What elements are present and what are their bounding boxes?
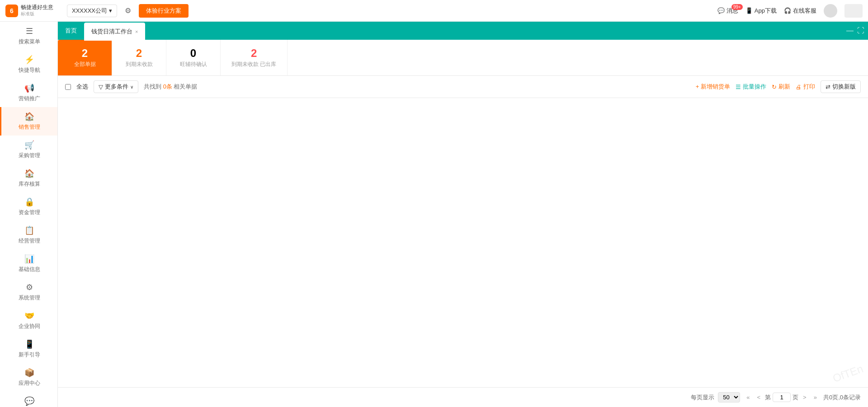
main-content: 2 全部单据 2 到期未收款 0 旺辅待确认 2 到期未收款 已出库 全选 ▽ … <box>58 40 868 407</box>
sidebar-item-marketing[interactable]: 📢 营销推广 <box>0 79 57 107</box>
operations-icon: 📋 <box>24 225 34 235</box>
top-bar: 6 畅捷通好生意 标准版 XXXXXX公司 ▾ ⚙ 体验行业方案 💬 消息 99… <box>0 0 868 22</box>
app-center-icon: 📦 <box>24 368 34 378</box>
switch-icon: ⇄ <box>826 84 830 90</box>
experience-button[interactable]: 体验行业方案 <box>139 4 189 18</box>
sidebar-item-system[interactable]: ⚙ 系统管理 <box>0 278 57 306</box>
sidebar-item-base-info[interactable]: 📊 基础信息 <box>0 249 57 278</box>
message-icon: 💬 <box>717 7 725 14</box>
table-area <box>58 98 868 398</box>
stat-num-pending: 0 <box>177 47 209 60</box>
sidebar-item-operations[interactable]: 📋 经营管理 <box>0 221 57 249</box>
stat-num-shipped: 2 <box>231 47 276 60</box>
found-num: 0条 <box>163 83 172 90</box>
company-name: XXXXXX公司 <box>72 7 107 15</box>
marketing-icon: 📢 <box>24 83 34 93</box>
system-icon: ⚙ <box>26 282 33 292</box>
guide-icon: 📱 <box>24 339 34 349</box>
print-button[interactable]: 🖨 打印 <box>796 83 815 91</box>
filter-icon: ▽ <box>99 84 103 90</box>
settings-icon[interactable]: ⚙ <box>121 4 135 18</box>
logo-icon: 6 <box>5 5 18 17</box>
toolbar: 全选 ▽ 更多条件 ∨ 共找到 0条 相关单据 + 新增销货单 ☰ 批量操作 ↻… <box>58 76 868 98</box>
sidebar-item-guide[interactable]: 📱 新手引导 <box>0 335 57 363</box>
stat-card-all[interactable]: 2 全部单据 <box>58 40 112 75</box>
first-page-button[interactable]: « <box>744 393 752 402</box>
page-suffix: 页 <box>793 393 798 402</box>
tab-controls: — ⛶ <box>846 27 868 35</box>
finance-icon: 🔒 <box>24 197 34 207</box>
inventory-icon: 🏠 <box>24 168 34 178</box>
sidebar-item-app-center[interactable]: 📦 应用中心 <box>0 363 57 392</box>
toolbar-right: + 新增销货单 ☰ 批量操作 ↻ 刷新 🖨 打印 ⇄ 切换新版 <box>696 80 861 93</box>
tab-maximize-icon[interactable]: ⛶ <box>857 27 864 35</box>
refresh-button[interactable]: ↻ 刷新 <box>772 83 790 91</box>
sidebar-item-purchase[interactable]: 🛒 采购管理 <box>0 136 57 164</box>
page-nav: « < 第 1 页 > » <box>744 393 820 402</box>
switch-version-button[interactable]: ⇄ 切换新版 <box>821 80 861 93</box>
top-right-area: 💬 消息 99+ 📱 App下载 🎧 在线客服 <box>717 4 863 18</box>
stat-num-overdue: 2 <box>123 47 155 60</box>
page-total: 共0页,0条记录 <box>823 393 861 402</box>
tab-bar: 首页 钱货日清工作台 × — ⛶ <box>58 22 868 40</box>
tab-minimize-icon[interactable]: — <box>846 27 854 35</box>
message-badge: 99+ <box>731 4 743 10</box>
sidebar-item-cooperation[interactable]: 🤝 企业协同 <box>0 306 57 335</box>
app-download-button[interactable]: 📱 App下载 <box>745 7 777 15</box>
filter-chevron-icon: ∨ <box>130 84 133 89</box>
download-icon: 📱 <box>745 7 753 14</box>
stat-label-overdue: 到期未收款 <box>123 61 155 68</box>
stat-label-all: 全部单据 <box>69 61 101 68</box>
prev-page-button[interactable]: < <box>755 393 764 402</box>
refresh-icon: ↻ <box>772 84 777 90</box>
base-info-icon: 📊 <box>24 254 34 264</box>
sidebar-item-finance[interactable]: 🔒 资金管理 <box>0 192 57 221</box>
cooperation-icon: 🤝 <box>24 311 34 321</box>
tab-close-icon[interactable]: × <box>135 29 138 34</box>
print-icon: 🖨 <box>796 84 802 90</box>
tab-active[interactable]: 钱货日清工作台 × <box>84 23 145 41</box>
service-icon: 🎧 <box>784 7 791 14</box>
wechat-icon: 💬 <box>24 396 34 406</box>
page-label: 第 <box>765 393 771 402</box>
select-all-checkbox[interactable] <box>65 84 71 90</box>
search-menu-icon: ☰ <box>26 26 33 36</box>
sidebar-item-search-menu[interactable]: ☰ 搜索菜单 <box>0 22 57 50</box>
app-title: 畅捷通好生意 <box>21 4 53 11</box>
last-page-button[interactable]: » <box>811 393 820 402</box>
add-sale-button[interactable]: + 新增销货单 <box>696 83 730 91</box>
stat-card-shipped[interactable]: 2 到期未收款 已出库 <box>221 40 288 75</box>
page-input[interactable]: 1 <box>773 393 791 402</box>
page-size-label: 每页显示 <box>691 393 714 402</box>
batch-icon: ☰ <box>736 84 741 90</box>
pagination-bar: 每页显示 50 « < 第 1 页 > » 共0页,0条记录 <box>58 387 868 407</box>
page-size-select[interactable]: 50 <box>718 392 740 402</box>
filter-button[interactable]: ▽ 更多条件 ∨ <box>94 80 138 93</box>
sidebar-item-quick-nav[interactable]: ⚡ 快捷导航 <box>0 50 57 79</box>
online-service-button[interactable]: 🎧 在线客服 <box>784 7 816 15</box>
stat-num-all: 2 <box>69 47 101 60</box>
batch-operation-button[interactable]: ☰ 批量操作 <box>736 83 766 91</box>
user-menu[interactable] <box>844 4 863 18</box>
purchase-icon: 🛒 <box>24 140 34 150</box>
found-text: 共找到 0条 相关单据 <box>144 83 197 91</box>
sales-icon: 🏠 <box>24 112 34 122</box>
tab-home[interactable]: 首页 <box>58 22 84 40</box>
sidebar-item-sales[interactable]: 🏠 销售管理 <box>0 107 57 136</box>
stat-card-pending[interactable]: 0 旺辅待确认 <box>166 40 221 75</box>
next-page-button[interactable]: > <box>800 393 809 402</box>
chevron-down-icon: ▾ <box>109 7 112 14</box>
sidebar: ☰ 搜索菜单 ⚡ 快捷导航 📢 营销推广 🏠 销售管理 🛒 采购管理 🏠 库存核… <box>0 22 58 407</box>
sidebar-item-wechat[interactable]: 💬 企业微信 <box>0 392 57 407</box>
stat-label-pending: 旺辅待确认 <box>177 61 209 68</box>
message-button[interactable]: 💬 消息 99+ <box>717 7 738 15</box>
select-all-label: 全选 <box>76 83 88 91</box>
sidebar-item-inventory[interactable]: 🏠 库存核算 <box>0 164 57 192</box>
avatar[interactable] <box>824 4 837 18</box>
stats-row: 2 全部单据 2 到期未收款 0 旺辅待确认 2 到期未收款 已出库 <box>58 40 868 76</box>
app-badge: 标准版 <box>21 11 53 17</box>
company-selector[interactable]: XXXXXX公司 ▾ <box>67 5 117 17</box>
stat-card-overdue[interactable]: 2 到期未收款 <box>112 40 166 75</box>
stat-label-shipped: 到期未收款 已出库 <box>231 61 276 68</box>
logo-area: 6 畅捷通好生意 标准版 <box>5 4 63 18</box>
